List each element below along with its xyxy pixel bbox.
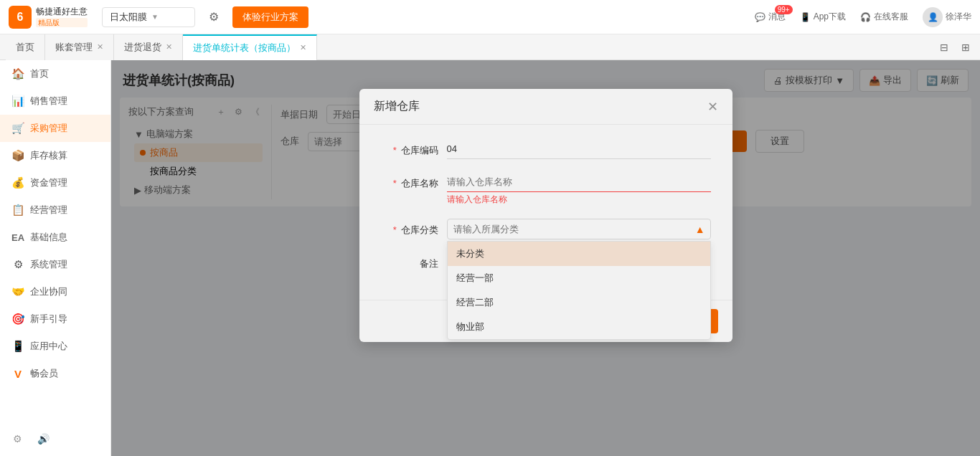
sidebar-item-vip[interactable]: V 畅会员 bbox=[0, 360, 110, 387]
sidebar-settings-btn[interactable]: ⚙ bbox=[7, 429, 27, 449]
tab-home-label: 首页 bbox=[16, 41, 34, 54]
dropdown-item-ops1[interactable]: 经营一部 bbox=[448, 266, 710, 290]
enterprise-icon: 🤝 bbox=[11, 285, 24, 298]
headset-icon: 🎧 bbox=[860, 12, 871, 22]
code-control bbox=[447, 139, 711, 159]
app-download-item[interactable]: 📱 App下载 bbox=[800, 11, 846, 23]
category-control: ▲ 未分类 经营一部 经营二部 物业部 bbox=[447, 219, 711, 239]
logo: 6 畅捷通好生意 精品版 bbox=[9, 3, 95, 32]
tab-account-label: 账套管理 bbox=[55, 41, 93, 54]
tab-menu-icon[interactable]: ⊞ bbox=[957, 39, 974, 56]
sidebar-item-inventory[interactable]: 📦 库存核算 bbox=[0, 142, 110, 169]
name-form-row: * 仓库名称 请输入仓库名称 bbox=[381, 172, 711, 206]
sidebar-item-sales[interactable]: 📊 销售管理 bbox=[0, 87, 110, 115]
dropdown-item-ops2[interactable]: 经营二部 bbox=[448, 290, 710, 315]
message-badge: 99+ bbox=[775, 5, 793, 14]
tab-stats-label: 进货单统计表（按商品） bbox=[193, 42, 296, 54]
store-name: 日太阳膜 bbox=[110, 11, 147, 24]
modal-close-button[interactable]: ✕ bbox=[707, 100, 718, 113]
sidebar-label-operations: 经营管理 bbox=[30, 204, 67, 217]
tab-account-close[interactable]: ✕ bbox=[97, 42, 103, 52]
sidebar: 🏠 首页 📊 销售管理 🛒 采购管理 📦 库存核算 💰 资金管理 📋 经营管理 … bbox=[0, 60, 111, 456]
purchase-icon: 🛒 bbox=[11, 122, 24, 135]
name-label: * 仓库名称 bbox=[381, 172, 438, 190]
note-label-text: 备注 bbox=[420, 258, 438, 269]
settings-icon[interactable]: ⚙ bbox=[202, 6, 225, 29]
category-input[interactable] bbox=[447, 219, 711, 239]
category-required-mark: * bbox=[393, 224, 397, 235]
sidebar-item-guide[interactable]: 🎯 新手引导 bbox=[0, 305, 110, 333]
sidebar-item-system[interactable]: ⚙ 系统管理 bbox=[0, 251, 110, 278]
warehouse-name-input[interactable] bbox=[447, 172, 711, 192]
name-control: 请输入仓库名称 bbox=[447, 172, 711, 206]
name-error-message: 请输入仓库名称 bbox=[447, 194, 711, 206]
tab-stats-close[interactable]: ✕ bbox=[300, 43, 306, 52]
sidebar-label-sales: 销售管理 bbox=[30, 95, 67, 108]
tab-account[interactable]: 账套管理 ✕ bbox=[45, 34, 114, 60]
modal-body: * 仓库编码 * 仓库名称 bbox=[359, 125, 732, 300]
name-label-text: 仓库名称 bbox=[401, 178, 438, 189]
store-selector[interactable]: 日太阳膜 ▼ bbox=[102, 7, 195, 27]
code-form-row: * 仓库编码 bbox=[381, 139, 711, 159]
sidebar-item-home[interactable]: 🏠 首页 bbox=[0, 60, 110, 87]
tab-bar: 首页 账套管理 ✕ 进货退货 ✕ 进货单统计表（按商品） ✕ ⊟ ⊞ bbox=[0, 34, 980, 60]
top-nav: 6 畅捷通好生意 精品版 日太阳膜 ▼ ⚙ 体验行业方案 💬 消息 99+ 📱 … bbox=[0, 0, 980, 34]
tab-purchase-return[interactable]: 进货退货 ✕ bbox=[114, 34, 183, 60]
nav-right: 💬 消息 99+ 📱 App下载 🎧 在线客服 👤 徐泽华 bbox=[755, 7, 971, 27]
vip-icon: V bbox=[11, 367, 24, 380]
code-label-text: 仓库编码 bbox=[401, 145, 438, 156]
tab-prev-icon[interactable]: ⊟ bbox=[936, 39, 953, 56]
sidebar-label-purchase: 采购管理 bbox=[30, 122, 67, 135]
code-required-mark: * bbox=[393, 145, 397, 156]
tab-return-close[interactable]: ✕ bbox=[166, 42, 172, 52]
sidebar-label-home: 首页 bbox=[30, 67, 49, 80]
modal-overlay: 新增仓库 ✕ * 仓库编码 bbox=[111, 60, 980, 456]
sidebar-label-system: 系统管理 bbox=[30, 258, 67, 271]
note-label: 备注 bbox=[381, 252, 438, 270]
user-name: 徐泽华 bbox=[946, 11, 971, 23]
dropdown-item-ops3[interactable]: 物业部 bbox=[448, 315, 710, 339]
home-icon: 🏠 bbox=[11, 67, 24, 80]
system-icon: ⚙ bbox=[11, 258, 24, 271]
main-layout: 🏠 首页 📊 销售管理 🛒 采购管理 📦 库存核算 💰 资金管理 📋 经营管理 … bbox=[0, 60, 980, 456]
sidebar-label-guide: 新手引导 bbox=[30, 313, 67, 326]
online-service-item[interactable]: 🎧 在线客服 bbox=[860, 11, 908, 23]
sidebar-audio-btn[interactable]: 🔊 bbox=[33, 429, 53, 449]
category-input-wrap: ▲ bbox=[447, 219, 711, 239]
sidebar-item-operations[interactable]: 📋 经营管理 bbox=[0, 196, 110, 224]
name-required-mark: * bbox=[393, 178, 397, 189]
code-label: * 仓库编码 bbox=[381, 139, 438, 157]
sidebar-bottom: ⚙ 🔊 bbox=[0, 422, 110, 456]
tab-stats[interactable]: 进货单统计表（按商品） ✕ bbox=[183, 34, 317, 60]
sidebar-label-apps: 应用中心 bbox=[30, 340, 67, 353]
user-info[interactable]: 👤 徐泽华 bbox=[923, 7, 971, 27]
sidebar-item-apps[interactable]: 📱 应用中心 bbox=[0, 333, 110, 360]
dropdown-item-unclassified[interactable]: 未分类 bbox=[448, 242, 710, 266]
logo-icon: 6 bbox=[9, 6, 32, 29]
online-service-label: 在线客服 bbox=[874, 11, 908, 23]
sidebar-label-basic-info: 基础信息 bbox=[30, 231, 67, 244]
add-warehouse-modal: 新增仓库 ✕ * 仓库编码 bbox=[359, 89, 732, 342]
basic-info-icon: EA bbox=[11, 231, 24, 244]
category-toggle-icon[interactable]: ▲ bbox=[695, 224, 705, 235]
sidebar-item-finance[interactable]: 💰 资金管理 bbox=[0, 169, 110, 196]
sidebar-item-purchase[interactable]: 🛒 采购管理 bbox=[0, 115, 110, 142]
message-nav-item[interactable]: 💬 消息 99+ bbox=[755, 11, 786, 23]
sidebar-item-enterprise[interactable]: 🤝 企业协同 bbox=[0, 278, 110, 305]
warehouse-code-input[interactable] bbox=[447, 139, 711, 159]
user-avatar: 👤 bbox=[923, 7, 943, 27]
tab-bar-controls: ⊟ ⊞ bbox=[936, 39, 974, 56]
message-icon: 💬 bbox=[755, 12, 765, 22]
sidebar-label-enterprise: 企业协同 bbox=[30, 285, 67, 298]
modal-header: 新增仓库 ✕ bbox=[359, 89, 732, 125]
sidebar-item-basic-info[interactable]: EA 基础信息 bbox=[0, 224, 110, 251]
trial-button[interactable]: 体验行业方案 bbox=[232, 6, 308, 28]
sidebar-label-finance: 资金管理 bbox=[30, 176, 67, 189]
logo-text: 畅捷通好生意 精品版 bbox=[36, 6, 88, 27]
category-dropdown: 未分类 经营一部 经营二部 物业部 bbox=[447, 241, 711, 340]
page-content: 进货单统计(按商品) 🖨 按模板打印 ▼ 📤 导出 🔄 刷新 bbox=[111, 60, 980, 456]
app-download-label: App下载 bbox=[814, 11, 846, 23]
sidebar-label-vip: 畅会员 bbox=[30, 367, 58, 380]
tab-home[interactable]: 首页 bbox=[6, 34, 45, 60]
category-form-row: * 仓库分类 ▲ 未分类 经营一部 经 bbox=[381, 219, 711, 239]
